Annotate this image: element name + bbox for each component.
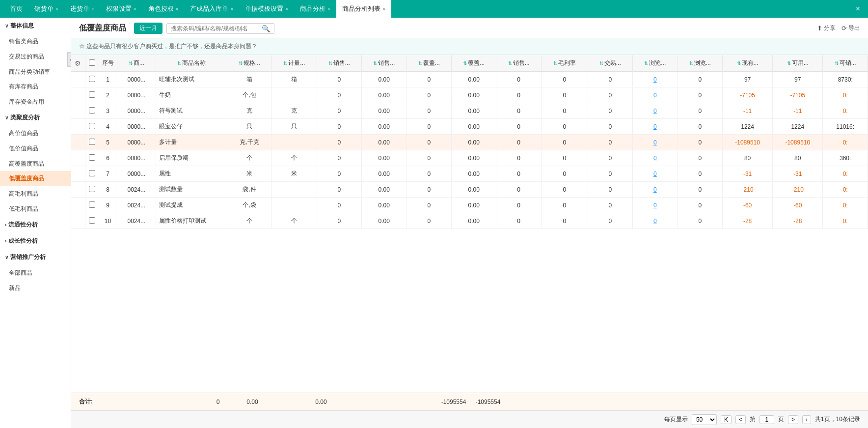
td-checkbox-8[interactable] xyxy=(85,198,99,213)
th-gear[interactable]: ⚙ xyxy=(71,55,85,72)
nav-item-analysis[interactable]: 商品分析 × xyxy=(294,0,336,18)
search-icon[interactable]: 🔍 xyxy=(262,25,270,32)
prev-page-button[interactable]: < xyxy=(735,415,746,424)
row-checkbox-3[interactable] xyxy=(89,123,95,129)
nav-template-close[interactable]: × xyxy=(285,6,288,12)
nav-analysis-list-close[interactable]: × xyxy=(382,6,385,12)
nav-role-close[interactable]: × xyxy=(176,6,179,12)
td-browse1-5[interactable]: 0 xyxy=(633,150,678,166)
nav-item-product-in[interactable]: 产成品入库单 × xyxy=(184,0,239,18)
nav-item-perm[interactable]: 权限设置 × xyxy=(100,0,142,18)
nav-item-role[interactable]: 角色授权 × xyxy=(142,0,185,18)
page-number-input[interactable] xyxy=(760,415,774,424)
next-page-button[interactable]: > xyxy=(788,415,798,424)
nav-analysis-close[interactable]: × xyxy=(327,6,330,12)
td-browse1-7[interactable]: 0 xyxy=(633,182,678,198)
row-checkbox-5[interactable] xyxy=(89,154,95,161)
td-checkbox-0[interactable] xyxy=(85,72,99,87)
header-right-actions: ⬆ 分享 ⟳ 导出 xyxy=(817,24,860,32)
first-page-button[interactable]: K xyxy=(721,415,732,424)
sidebar-section-marketing[interactable]: ∨ 营销推广分析 xyxy=(0,249,71,265)
sidebar-item-low-coverage[interactable]: 低覆盖度商品 xyxy=(0,171,71,186)
nav-item-analysis-list[interactable]: 商品分析列表 × xyxy=(336,0,391,18)
sidebar-item-high-coverage[interactable]: 高覆盖度商品 xyxy=(0,156,71,171)
th-cover2[interactable]: ⇅覆盖... xyxy=(451,55,496,72)
td-checkbox-4[interactable] xyxy=(85,135,99,150)
sidebar-item-all-goods[interactable]: 全部商品 xyxy=(0,265,71,281)
sidebar-section-cluster[interactable]: ∨ 类聚度分析 xyxy=(0,110,71,126)
td-browse1-4[interactable]: 0 xyxy=(633,135,678,150)
row-checkbox-0[interactable] xyxy=(89,76,95,82)
table-container[interactable]: ⚙ 序号 ⇅商... ⇅商品名称 ⇅规格... ⇅计量... ⇅销售... ⇅销… xyxy=(71,55,868,393)
row-checkbox-9[interactable] xyxy=(89,217,95,224)
filter-last-month-button[interactable]: 近一月 xyxy=(134,23,163,34)
sidebar-item-stock-goods[interactable]: 有库存商品 xyxy=(0,79,71,94)
export-button[interactable]: ⟳ 导出 xyxy=(841,24,860,32)
share-button[interactable]: ⬆ 分享 xyxy=(817,24,836,32)
sidebar-item-traded-goods[interactable]: 交易过的商品 xyxy=(0,49,71,64)
th-sales3[interactable]: ⇅销售... xyxy=(496,55,541,72)
sidebar-section-overall[interactable]: ∨ 整体信息 xyxy=(0,18,71,34)
sidebar-item-category-rate[interactable]: 商品分类动销率 xyxy=(0,64,71,80)
td-browse1-2[interactable]: 0 xyxy=(633,103,678,119)
row-checkbox-2[interactable] xyxy=(89,107,95,114)
td-checkbox-5[interactable] xyxy=(85,150,99,166)
th-spec[interactable]: ⇅规格... xyxy=(227,55,271,72)
sidebar-item-high-value[interactable]: 高价值商品 xyxy=(0,126,71,141)
th-name[interactable]: ⇅商品名称 xyxy=(156,55,227,72)
last-page-button[interactable]: › xyxy=(802,415,811,424)
sidebar-section-growth[interactable]: › 成长性分析 xyxy=(0,233,71,249)
th-stock1[interactable]: ⇅现有... xyxy=(722,55,772,72)
nav-purchase-close[interactable]: × xyxy=(91,6,94,12)
td-checkbox-6[interactable] xyxy=(85,166,99,182)
th-sales1[interactable]: ⇅销售... xyxy=(317,55,361,72)
nav-product-in-close[interactable]: × xyxy=(230,6,233,12)
th-browse2[interactable]: ⇅浏览... xyxy=(678,55,722,72)
nav-item-sales[interactable]: 销货单 × xyxy=(28,0,64,18)
th-unit[interactable]: ⇅计量... xyxy=(272,55,317,72)
th-browse1[interactable]: ⇅浏览... xyxy=(633,55,678,72)
th-checkbox[interactable] xyxy=(85,55,99,72)
td-checkbox-2[interactable] xyxy=(85,103,99,119)
row-checkbox-7[interactable] xyxy=(89,186,95,192)
td-checkbox-9[interactable] xyxy=(85,213,99,229)
td-checkbox-3[interactable] xyxy=(85,119,99,135)
row-checkbox-8[interactable] xyxy=(89,201,95,208)
th-code[interactable]: ⇅商... xyxy=(117,55,156,72)
th-stock3[interactable]: ⇅可销... xyxy=(823,55,868,72)
page-size-select[interactable]: 50 20 100 xyxy=(692,414,717,425)
td-browse1-8[interactable]: 0 xyxy=(633,198,678,213)
sidebar-item-low-margin[interactable]: 低毛利商品 xyxy=(0,201,71,217)
row-checkbox-6[interactable] xyxy=(89,170,95,176)
row-checkbox-1[interactable] xyxy=(89,91,95,98)
sidebar-item-sales-goods[interactable]: 销售类商品 xyxy=(0,34,71,49)
sidebar-item-new-goods[interactable]: 新品 xyxy=(0,281,71,296)
search-input[interactable] xyxy=(171,25,262,32)
th-sales2[interactable]: ⇅销售... xyxy=(362,55,407,72)
sidebar-item-low-value[interactable]: 低价值商品 xyxy=(0,141,71,156)
td-browse1-3[interactable]: 0 xyxy=(633,119,678,135)
nav-item-purchase[interactable]: 进货单 × xyxy=(64,0,100,18)
sidebar-item-stock-capital[interactable]: 库存资金占用 xyxy=(0,94,71,110)
nav-item-template[interactable]: 单据模板设置 × xyxy=(239,0,294,18)
nav-item-home[interactable]: 首页 xyxy=(4,0,28,18)
td-browse1-6[interactable]: 0 xyxy=(633,166,678,182)
td-browse1-1[interactable]: 0 xyxy=(633,87,678,103)
th-stock2[interactable]: ⇅可用... xyxy=(773,55,823,72)
td-checkbox-1[interactable] xyxy=(85,87,99,103)
row-checkbox-4[interactable] xyxy=(89,139,95,145)
nav-sales-close[interactable]: × xyxy=(55,6,58,12)
nav-perm-close[interactable]: × xyxy=(134,6,136,12)
gear-icon[interactable]: ⚙ xyxy=(75,59,81,67)
td-browse1-9[interactable]: 0 xyxy=(633,213,678,229)
select-all-checkbox[interactable] xyxy=(89,59,95,66)
sidebar-item-high-margin[interactable]: 高毛利商品 xyxy=(0,186,71,201)
window-close-button[interactable]: × xyxy=(852,4,864,13)
sidebar-section-flow[interactable]: › 流通性分析 xyxy=(0,217,71,233)
td-browse1-0[interactable]: 0 xyxy=(633,72,678,87)
th-cover1[interactable]: ⇅覆盖... xyxy=(407,55,451,72)
th-trade[interactable]: ⇅交易... xyxy=(588,55,632,72)
td-checkbox-7[interactable] xyxy=(85,182,99,198)
th-margin[interactable]: ⇅毛利率 xyxy=(541,55,588,72)
sidebar-collapse-button[interactable]: « xyxy=(67,52,71,67)
